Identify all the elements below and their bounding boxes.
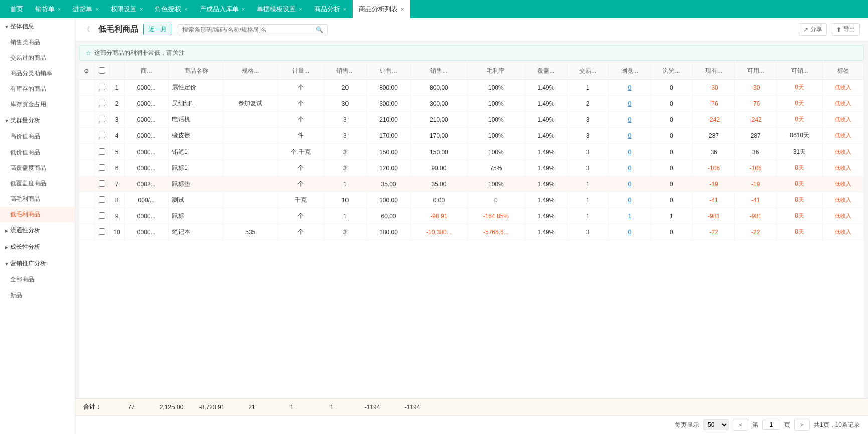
sidebar-group-marketing[interactable]: ▾ 营销推广分析 [0, 255, 75, 272]
col-gross[interactable]: 毛利率 [467, 63, 525, 80]
nav-permissions-close[interactable]: × [140, 6, 143, 12]
row-browse1[interactable]: 0 [609, 112, 651, 128]
page-size-select[interactable]: 50 20 100 [703, 419, 729, 430]
col-spec[interactable]: 规格... [223, 63, 278, 80]
filter-recent-month[interactable]: 近一月 [143, 24, 172, 35]
nav-product-entry-close[interactable]: × [242, 6, 245, 12]
sidebar-item-low-value[interactable]: 低价值商品 [0, 144, 75, 160]
col-stock1[interactable]: 现有... [692, 63, 735, 80]
row-browse1[interactable]: 1 [609, 208, 651, 224]
row-checkbox[interactable] [99, 100, 105, 106]
nav-analysis-list[interactable]: 商品分析列表 × [353, 0, 410, 18]
row-check[interactable] [94, 208, 109, 224]
row-checkbox[interactable] [99, 196, 105, 203]
page-input[interactable] [762, 420, 780, 430]
row-browse1[interactable]: 0 [609, 160, 651, 176]
table-row[interactable]: 8 000/... 测试 千克 10 100.00 0.00 0 1.49% 1… [79, 192, 864, 208]
prev-page-btn[interactable]: ＜ [733, 419, 748, 431]
nav-sales-close[interactable]: × [58, 6, 61, 12]
row-check[interactable] [94, 112, 109, 128]
row-browse1[interactable]: 0 [609, 144, 651, 160]
select-all-checkbox[interactable] [99, 67, 105, 74]
table-row[interactable]: 10 0000... 笔记本 535 个 3 180.00 -10,380...… [79, 224, 864, 240]
row-check[interactable] [94, 144, 109, 160]
sidebar-group-cluster[interactable]: ▾ 类群量分析 [0, 112, 75, 129]
share-button[interactable]: ↗ 分享 [799, 23, 827, 36]
nav-template-close[interactable]: × [299, 6, 302, 12]
sidebar-item-all-goods[interactable]: 全部商品 [0, 272, 75, 287]
search-input[interactable] [182, 26, 316, 33]
nav-purchase-close[interactable]: × [95, 6, 98, 12]
export-button[interactable]: ⬆ 导出 [832, 23, 860, 36]
row-check[interactable] [94, 224, 109, 240]
row-check[interactable] [94, 128, 109, 144]
sidebar-item-high-value[interactable]: 高价值商品 [0, 129, 75, 144]
sidebar-group-circulation[interactable]: ▸ 流通性分析 [0, 222, 75, 239]
nav-permissions[interactable]: 权限设置 × [105, 0, 149, 18]
table-wrapper[interactable]: ⚙ 商... 商品名称 规格... 计量... 销售... 销售... 销售..… [79, 63, 864, 398]
sidebar-item-in-stock[interactable]: 有库存的商品 [0, 81, 75, 97]
table-row[interactable]: 2 0000... 吴细细1 参加复试 个 30 300.00 300.00 1… [79, 96, 864, 112]
col-code[interactable]: 商... [124, 63, 168, 80]
sidebar-item-low-profit[interactable]: 低毛利商品 [0, 207, 75, 222]
sidebar-item-high-coverage[interactable]: 高覆盖度商品 [0, 160, 75, 176]
row-checkbox[interactable] [99, 180, 105, 187]
row-checkbox[interactable] [99, 228, 105, 235]
sidebar-item-new-goods[interactable]: 新品 [0, 287, 75, 303]
table-row[interactable]: 7 0002... 鼠标垫 个 1 35.00 35.00 100% 1.49%… [79, 176, 864, 192]
nav-analysis[interactable]: 商品分析 × [308, 0, 353, 18]
table-row[interactable]: 1 0000... 属性定价 个 20 800.00 800.00 100% 1… [79, 80, 864, 96]
col-cover[interactable]: 覆盖... [525, 63, 567, 80]
col-stock2[interactable]: 可用... [735, 63, 777, 80]
col-s1[interactable]: 销售... [324, 63, 367, 80]
nav-roles-close[interactable]: × [184, 6, 187, 12]
col-browse2[interactable]: 浏览... [651, 63, 693, 80]
row-check[interactable] [94, 192, 109, 208]
col-check[interactable] [94, 63, 109, 80]
sidebar-item-high-profit[interactable]: 高毛利商品 [0, 191, 75, 207]
table-row[interactable]: 4 0000... 橡皮擦 件 3 170.00 170.00 100% 1.4… [79, 128, 864, 144]
row-browse1[interactable]: 0 [609, 128, 651, 144]
row-checkbox[interactable] [99, 84, 105, 90]
row-browse1[interactable]: 0 [609, 192, 651, 208]
nav-sales[interactable]: 销货单 × [29, 0, 67, 18]
row-browse1[interactable]: 0 [609, 176, 651, 192]
nav-roles[interactable]: 角色授权 × [149, 0, 193, 18]
sidebar-item-stock-capital[interactable]: 库存资金占用 [0, 97, 75, 112]
sidebar-group-growth[interactable]: ▸ 成长性分析 [0, 239, 75, 255]
table-row[interactable]: 3 0000... 电话机 个 3 210.00 210.00 100% 1.4… [79, 112, 864, 128]
col-s2[interactable]: 销售... [366, 63, 410, 80]
nav-analysis-list-close[interactable]: × [401, 6, 404, 12]
row-checkbox[interactable] [99, 148, 105, 155]
nav-home[interactable]: 首页 [4, 0, 29, 18]
col-settings[interactable]: ⚙ [79, 63, 94, 80]
next-page-btn[interactable]: ＞ [794, 419, 810, 431]
table-row[interactable]: 5 0000... 铅笔1 个,千克 3 150.00 150.00 100% … [79, 144, 864, 160]
row-check[interactable] [94, 176, 109, 192]
table-row[interactable]: 9 0000... 鼠标 个 1 60.00 -98.91 -164.85% 1… [79, 208, 864, 224]
sidebar-item-category-rate[interactable]: 商品分类助销率 [0, 66, 75, 81]
nav-analysis-close[interactable]: × [343, 6, 346, 12]
search-icon[interactable]: 🔍 [316, 26, 323, 33]
col-browse1[interactable]: 浏览... [609, 63, 651, 80]
col-unit[interactable]: 计量... [278, 63, 324, 80]
row-checkbox[interactable] [99, 212, 105, 219]
table-row[interactable]: 6 0000... 鼠标1 个 3 120.00 90.00 75% 1.49%… [79, 160, 864, 176]
sidebar-item-traded-goods[interactable]: 交易过的商品 [0, 50, 75, 66]
row-checkbox[interactable] [99, 116, 105, 122]
row-browse1[interactable]: 0 [609, 96, 651, 112]
col-tag[interactable]: 标签 [823, 63, 864, 80]
row-check[interactable] [94, 80, 109, 96]
row-checkbox[interactable] [99, 132, 105, 138]
col-name[interactable]: 商品名称 [168, 63, 223, 80]
col-s3[interactable]: 销售... [411, 63, 467, 80]
col-trade[interactable]: 交易... [567, 63, 609, 80]
row-check[interactable] [94, 96, 109, 112]
sidebar-item-sales-goods[interactable]: 销售类商品 [0, 35, 75, 50]
row-check[interactable] [94, 160, 109, 176]
row-checkbox[interactable] [99, 164, 105, 171]
nav-product-entry[interactable]: 产成品入库单 × [194, 0, 251, 18]
sidebar-item-low-coverage[interactable]: 低覆盖度商品 [0, 176, 75, 191]
row-browse1[interactable]: 0 [609, 80, 651, 96]
sidebar-group-overview[interactable]: ▾ 整体信息 [0, 18, 75, 35]
